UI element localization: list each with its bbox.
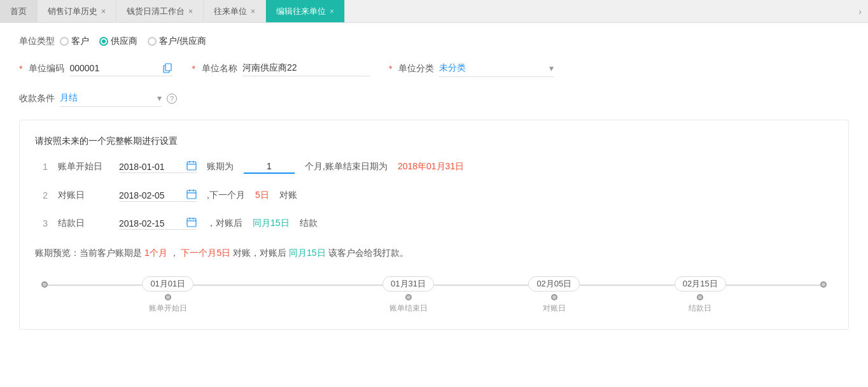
tab-arrow[interactable]: › <box>852 0 868 22</box>
reconcile-date-input[interactable] <box>119 190 183 201</box>
payment-prefix: ，对账后 <box>207 218 242 229</box>
row-label-2: 对账日 <box>58 190 109 201</box>
unit-category-arrow: ▾ <box>549 63 554 73</box>
preview-payment-day: 同月15日 <box>289 248 326 258</box>
timeline-dot-2 <box>405 294 412 300</box>
radio-group: 客户 供应商 客户/供应商 <box>60 36 206 47</box>
start-date-calendar-icon[interactable] <box>186 160 197 172</box>
radio-customer-circle <box>60 37 69 46</box>
tab-partner-unit-label: 往来单位 <box>214 6 247 17</box>
svg-rect-1 <box>165 64 171 71</box>
unit-category-label: 单位分类 <box>398 63 434 74</box>
payment-terms-dropdown[interactable]: 月结 ▾ <box>60 90 162 107</box>
timeline-container: 01月01日 账单开始日 01月31日 账单结束日 02月05日 对账日 <box>35 276 833 314</box>
unit-category-dropdown[interactable]: 未分类 ▾ <box>439 60 554 77</box>
radio-both-circle <box>148 37 157 46</box>
timeline-dot-4 <box>697 294 703 300</box>
reconcile-date-field <box>119 189 197 202</box>
timeline-label-2: 账单结束日 <box>389 303 428 314</box>
timeline-line-4 <box>726 285 820 286</box>
preview-end: 该客户会给我打款。 <box>328 248 409 258</box>
svg-rect-2 <box>187 162 196 170</box>
radio-customer-label: 客户 <box>71 36 89 47</box>
tab-partner-unit[interactable]: 往来单位 × <box>204 0 266 22</box>
preview-period: 1个月 <box>144 248 167 258</box>
tab-home-label: 首页 <box>10 6 27 17</box>
reconcile-day: 5日 <box>255 190 269 201</box>
reconcile-date-calendar-icon[interactable] <box>186 189 197 201</box>
unit-code-copy-icon[interactable] <box>162 63 172 73</box>
timeline-node-3: 02月05日 对账日 <box>528 276 580 314</box>
timeline-line-1 <box>193 285 382 286</box>
payment-day: 同月15日 <box>253 218 290 229</box>
timeline-bubble-1: 01月01日 <box>142 276 193 292</box>
radio-both[interactable]: 客户/供应商 <box>148 36 206 47</box>
tab-cash-workbench-close[interactable]: × <box>188 7 193 16</box>
preview-mid: 对账，对账后 <box>233 248 286 258</box>
timeline-line-3 <box>580 285 674 286</box>
radio-supplier-circle <box>99 37 108 46</box>
tab-edit-partner[interactable]: 编辑往来单位 × <box>266 0 345 22</box>
payment-suffix: 结款 <box>300 218 318 229</box>
tab-cash-workbench-label: 钱货日清工作台 <box>127 6 185 17</box>
unit-category-group: * 单位分类 未分类 ▾ <box>389 60 554 77</box>
row-label-3: 结款日 <box>58 218 109 229</box>
preview-reconcile-day: 下一个月5日 <box>181 248 230 258</box>
tab-sales-history-label: 销售订单历史 <box>48 6 97 17</box>
settings-section: 请按照未来的一个完整帐期进行设置 1 账单开始日 账期为 个月,账单结束日期为 … <box>19 120 849 330</box>
row-num-1: 1 <box>35 162 48 172</box>
radio-supplier-label: 供应商 <box>111 36 137 47</box>
tab-expander <box>345 0 852 22</box>
tab-sales-history[interactable]: 销售订单历史 × <box>38 0 116 22</box>
payment-date-input[interactable] <box>119 218 183 229</box>
timeline-end-dot <box>820 281 827 288</box>
timeline-bubble-4: 02月15日 <box>675 276 726 292</box>
main-content: 单位类型 客户 供应商 客户/供应商 * 单位编码 <box>0 23 868 387</box>
payment-terms-value: 月结 <box>60 92 153 104</box>
timeline-dot-1 <box>165 294 171 300</box>
tab-edit-partner-close[interactable]: × <box>330 7 334 16</box>
unit-code-input[interactable] <box>69 60 158 76</box>
reconcile-suffix: 对账 <box>279 190 297 201</box>
tab-home[interactable]: 首页 <box>0 0 38 22</box>
payment-row: 收款条件 月结 ▾ ? <box>19 90 849 107</box>
unit-category-star: * <box>389 64 392 74</box>
tab-sales-history-close[interactable]: × <box>101 7 106 16</box>
tab-cash-workbench[interactable]: 钱货日清工作台 × <box>116 0 204 22</box>
unit-name-group: * 单位名称 <box>192 60 369 76</box>
payment-date-calendar-icon[interactable] <box>186 217 197 229</box>
radio-customer[interactable]: 客户 <box>60 36 89 47</box>
timeline-end <box>820 276 827 288</box>
unit-type-group: 单位类型 客户 供应商 客户/供应商 <box>19 36 206 47</box>
timeline-label-4: 结款日 <box>689 303 711 314</box>
row-num-2: 2 <box>35 190 48 201</box>
preview-comma: ， <box>170 248 179 258</box>
timeline-start-dot <box>41 281 48 288</box>
unit-code-input-wrapper <box>69 60 172 76</box>
timeline-node-2: 01月31日 账单结束日 <box>382 276 434 314</box>
timeline-label-3: 对账日 <box>543 303 566 314</box>
unit-type-row: 单位类型 客户 供应商 客户/供应商 <box>19 36 849 47</box>
tab-partner-unit-close[interactable]: × <box>251 7 255 16</box>
svg-rect-10 <box>187 218 196 227</box>
payment-terms-help-icon[interactable]: ? <box>167 94 177 104</box>
timeline-bubble-3: 02月05日 <box>528 276 580 292</box>
unit-name-input[interactable] <box>242 60 370 76</box>
period-input[interactable] <box>244 160 295 174</box>
tab-arrow-icon: › <box>858 6 862 17</box>
timeline-line-2 <box>434 285 528 286</box>
timeline-dot-3 <box>551 294 557 300</box>
start-date-input[interactable] <box>119 162 183 172</box>
unit-code-label: 单位编码 <box>29 63 64 74</box>
payment-terms-group: 收款条件 月结 ▾ ? <box>19 90 177 107</box>
timeline-node-1: 01月01日 账单开始日 <box>142 276 193 314</box>
config-row-3: 3 结款日 ，对账后 同月15日 结款 <box>35 217 833 230</box>
unit-name-label: 单位名称 <box>202 63 237 74</box>
row-label-1: 账单开始日 <box>58 161 109 172</box>
unit-code-group: * 单位编码 <box>19 60 172 76</box>
radio-supplier[interactable]: 供应商 <box>99 36 137 47</box>
timeline-line-0 <box>48 285 142 286</box>
unit-type-label: 单位类型 <box>19 36 55 47</box>
payment-terms-label: 收款条件 <box>19 93 55 104</box>
tab-edit-partner-label: 编辑往来单位 <box>276 6 326 17</box>
